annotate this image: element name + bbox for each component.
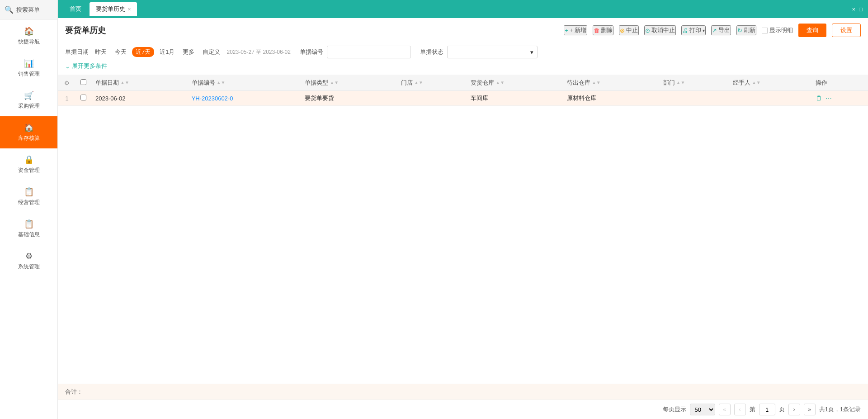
sort-out-warehouse[interactable]: 待出仓库 ▲▼ <box>567 79 654 87</box>
sidebar-search[interactable]: 🔍 搜索菜单 <box>0 0 57 20</box>
sort-req-warehouse-icon: ▲▼ <box>495 81 505 85</box>
row-actions: 🗒 ⋯ <box>811 91 868 106</box>
inventory-icon: 🏠 <box>24 123 34 133</box>
row-handler <box>728 91 811 106</box>
tab-active[interactable]: 要货单历史 × <box>90 2 137 16</box>
bill-no-input[interactable] <box>327 46 411 58</box>
new-button[interactable]: + + 新增 <box>564 25 587 35</box>
row-date: 2023-06-02 <box>91 91 187 106</box>
sidebar-item-sales-label: 销售管理 <box>18 70 40 78</box>
date-option-7days[interactable]: 近7天 <box>132 47 154 57</box>
filter-date-label: 单据日期 <box>65 48 89 56</box>
page-input[interactable] <box>759 404 775 415</box>
delete-label: 删除 <box>601 26 613 34</box>
status-select[interactable]: ▾ <box>447 46 538 58</box>
page-title: 要货单历史 <box>65 25 106 36</box>
page-header: 要货单历史 + + 新增 🗑 删除 ⊗ 中止 ⊙ 取消中止 <box>58 18 868 41</box>
stop-label: 中止 <box>626 26 638 34</box>
th-date: 单据日期 ▲▼ <box>91 75 187 91</box>
th-type: 单据类型 ▲▼ <box>300 75 396 91</box>
sort-type[interactable]: 单据类型 ▲▼ <box>305 79 392 87</box>
delete-button[interactable]: 🗑 删除 <box>593 25 613 35</box>
sidebar-item-quick-nav[interactable]: 🏠 快捷导航 <box>0 20 57 52</box>
th-out-warehouse: 待出仓库 ▲▼ <box>562 75 659 91</box>
last-page-btn[interactable]: » <box>804 404 816 415</box>
sort-bill-no[interactable]: 单据编号 ▲▼ <box>192 79 296 87</box>
system-icon: ⚙ <box>25 251 33 261</box>
sort-store-icon: ▲▼ <box>414 81 423 85</box>
sort-req-warehouse[interactable]: 要货仓库 ▲▼ <box>471 79 558 87</box>
sidebar-item-inventory[interactable]: 🏠 库存核算 <box>0 116 57 148</box>
date-option-today[interactable]: 今天 <box>112 47 129 57</box>
filter-bill-no-label: 单据编号 <box>300 48 323 56</box>
date-option-1month[interactable]: 近1月 <box>157 47 177 57</box>
row-checkbox-cell[interactable] <box>76 91 91 106</box>
cancel-stop-button[interactable]: ⊙ 取消中止 <box>644 25 676 35</box>
tab-active-label: 要货单历史 <box>96 5 125 13</box>
filter-status-label: 单据状态 <box>420 48 443 56</box>
ops-icon: 📋 <box>24 187 34 197</box>
sidebar-item-system-label: 系统管理 <box>18 263 40 271</box>
page-label-2: 页 <box>779 405 785 414</box>
sidebar-item-purchase[interactable]: 🛒 采购管理 <box>0 84 57 116</box>
setting-button[interactable]: 设置 <box>832 24 861 37</box>
page-size-select[interactable]: 50 100 200 <box>690 404 715 415</box>
window-close-icon[interactable]: × <box>852 6 856 13</box>
filter-row: 单据日期 昨天 今天 近7天 近1月 更多 自定义 2023-05-27 至 2… <box>65 46 861 58</box>
stop-button[interactable]: ⊗ 中止 <box>619 25 639 35</box>
sort-store[interactable]: 门店 ▲▼ <box>401 79 462 87</box>
row-dept <box>659 91 728 106</box>
sort-handler-icon: ▲▼ <box>752 81 761 85</box>
display-detail-checkbox[interactable] <box>762 28 768 33</box>
settings-icon[interactable]: ⚙ <box>64 80 70 86</box>
home-icon: 🏠 <box>24 26 34 36</box>
bill-no-link[interactable]: YH-20230602-0 <box>192 95 233 102</box>
sidebar-item-sales[interactable]: 📊 销售管理 <box>0 52 57 84</box>
window-minimize-icon[interactable]: □ <box>859 6 863 13</box>
sort-dept[interactable]: 部门 ▲▼ <box>663 79 724 87</box>
basic-icon: 📋 <box>24 219 34 229</box>
th-settings[interactable]: ⚙ <box>58 75 76 91</box>
row-bill-no: YH-20230602-0 <box>187 91 301 106</box>
sidebar-item-finance[interactable]: 🔒 资金管理 <box>0 148 57 181</box>
filter-bill-no-item: 单据编号 <box>300 46 411 58</box>
first-page-btn[interactable]: « <box>719 404 731 415</box>
close-tab-icon[interactable]: × <box>128 6 131 12</box>
date-option-custom[interactable]: 自定义 <box>200 47 223 57</box>
date-option-yesterday[interactable]: 昨天 <box>92 47 109 57</box>
row-out-warehouse: 原材料仓库 <box>562 91 659 106</box>
data-table: ⚙ 单据日期 ▲▼ 单据编号 <box>58 75 868 106</box>
date-option-more[interactable]: 更多 <box>180 47 197 57</box>
sidebar-item-purchase-label: 采购管理 <box>18 102 40 110</box>
plus-icon: + <box>565 27 568 34</box>
sidebar-item-basic[interactable]: 📋 基础信息 <box>0 213 57 245</box>
sidebar-item-operations-label: 经营管理 <box>18 199 40 206</box>
prev-page-btn[interactable]: ‹ <box>734 404 746 415</box>
sort-handler[interactable]: 经手人 ▲▼ <box>733 79 807 87</box>
tab-home[interactable]: 首页 <box>63 2 88 16</box>
delete-icon: 🗑 <box>594 27 599 34</box>
sort-bill-no-icon: ▲▼ <box>217 81 226 85</box>
export-button[interactable]: ↗ 导出 <box>711 25 731 35</box>
more-action-icon[interactable]: ⋯ <box>826 95 832 102</box>
row-req-warehouse: 车间库 <box>466 91 562 106</box>
query-button[interactable]: 查询 <box>798 24 826 37</box>
th-checkbox[interactable] <box>76 75 91 91</box>
search-icon: 🔍 <box>5 5 14 14</box>
print-button[interactable]: 🖨 打印 ▾ <box>681 25 706 35</box>
sidebar-item-system[interactable]: ⚙ 系统管理 <box>0 245 57 277</box>
select-all-checkbox[interactable] <box>80 79 86 85</box>
view-detail-icon[interactable]: 🗒 <box>816 95 822 102</box>
next-page-btn[interactable]: › <box>788 404 800 415</box>
display-detail-toggle[interactable]: 显示明细 <box>762 26 793 34</box>
expand-more-btn[interactable]: ⌄ 展开更多条件 <box>65 62 861 70</box>
row-checkbox[interactable] <box>80 95 86 100</box>
sort-date[interactable]: 单据日期 ▲▼ <box>95 79 183 87</box>
page-size-label: 每页显示 <box>663 405 686 414</box>
sidebar-item-operations[interactable]: 📋 经营管理 <box>0 181 57 213</box>
table-header-row: ⚙ 单据日期 ▲▼ 单据编号 <box>58 75 868 91</box>
sidebar-item-inventory-label: 库存核算 <box>18 134 40 142</box>
th-bill-no: 单据编号 ▲▼ <box>187 75 301 91</box>
refresh-button[interactable]: ↻ 刷新 <box>736 25 756 35</box>
total-info: 共1页，1条记录 <box>819 405 861 414</box>
